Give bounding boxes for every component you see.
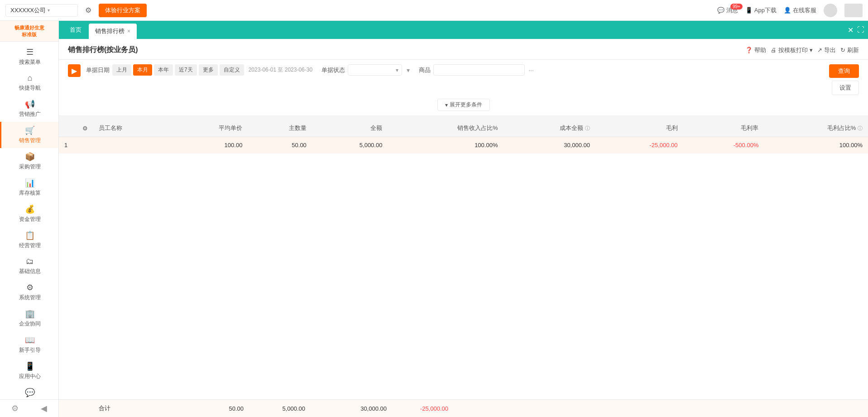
th-settings[interactable]: ⚙: [77, 120, 93, 137]
tab-home[interactable]: 首页: [62, 21, 89, 39]
tab-close-icon[interactable]: ×: [127, 28, 130, 34]
message-icon: 💬: [717, 7, 724, 14]
sidebar-item-企业微信[interactable]: 💬 企业微信: [0, 384, 58, 399]
sidebar-item-label: 资金管理: [19, 216, 41, 223]
chevron-down-icon: ▾: [48, 8, 50, 13]
goods-more-icon[interactable]: ···: [528, 67, 534, 74]
sidebar-item-销售管理[interactable]: 🛒 销售管理: [0, 122, 58, 148]
footer-gross: -25,000.00: [394, 405, 448, 412]
filter-toggle-icon[interactable]: ▶: [68, 64, 81, 77]
tab-sales-ranking[interactable]: 销售排行榜 ×: [89, 24, 137, 39]
sidebar-icon: ⚙: [26, 283, 34, 292]
sidebar-item-label: 库存核算: [19, 189, 41, 197]
top-right-area: 💬 消息 99+ 📱 App下载 👤 在线客服: [717, 4, 863, 17]
sidebar-item-系统管理[interactable]: ⚙ 系统管理: [0, 279, 58, 305]
goods-input[interactable]: [433, 64, 525, 76]
top-bar: XXXXXX公司 ▾ ⚙ 体验行业方案 💬 消息 99+ 📱 App下载 👤 在…: [0, 0, 868, 21]
refresh-icon: ↻: [840, 47, 845, 53]
company-name: XXXXXX公司: [10, 6, 46, 14]
date-btn-本年[interactable]: 本年: [154, 64, 173, 76]
export-button[interactable]: ↗ 导出: [817, 46, 836, 54]
sidebar-item-搜索菜单[interactable]: ☰ 搜索菜单: [0, 43, 58, 70]
date-btn-本月[interactable]: 本月: [133, 64, 152, 76]
message-item[interactable]: 💬 消息 99+: [717, 6, 738, 14]
td-sales-pct: 100.00%: [388, 137, 503, 153]
sidebar-item-采购管理[interactable]: 📦 采购管理: [0, 148, 58, 174]
th-main-qty: 主数量: [248, 120, 312, 137]
date-btn-近7天[interactable]: 近7天: [175, 64, 197, 76]
th-amount: 全额: [312, 120, 388, 137]
settings-button[interactable]: 设置: [832, 81, 859, 95]
sidebar-item-label: 经营管理: [19, 242, 41, 249]
sidebar-icon: 💬: [25, 388, 35, 398]
sidebar-icon: 📱: [25, 361, 35, 371]
sidebar-item-快捷导航[interactable]: ⌂ 快捷导航: [0, 70, 58, 96]
date-btn-更多[interactable]: 更多: [199, 64, 218, 76]
tab-close-window-btn[interactable]: ✕: [848, 26, 854, 34]
online-service-item[interactable]: 👤 在线客服: [784, 6, 816, 14]
sidebar-item-label: 搜索菜单: [19, 58, 41, 66]
sidebar-item-label: 采购管理: [19, 163, 41, 171]
sidebar-item-label: 销售管理: [19, 137, 41, 144]
td-amount: 5,000.00: [312, 137, 388, 153]
company-selector[interactable]: XXXXXX公司 ▾: [5, 4, 78, 17]
sidebar-collapse-icon[interactable]: ◀: [41, 403, 47, 413]
date-range-options: 上月本月本年近7天更多自定义: [112, 64, 244, 76]
sidebar-item-营销推广[interactable]: 📢 营销推广: [0, 96, 58, 122]
expand-button[interactable]: ▾ 展开更多条件: [437, 99, 490, 111]
date-btn-上月[interactable]: 上月: [112, 64, 131, 76]
tab-bar-right: ✕ ⛶: [848, 26, 864, 34]
expand-row: ▾ 展开更多条件: [68, 99, 859, 111]
app-download-item[interactable]: 📱 App下载: [745, 6, 777, 14]
sidebar-item-资金管理[interactable]: 💰 资金管理: [0, 201, 58, 227]
td-name: [93, 137, 171, 153]
refresh-button[interactable]: ↻ 刷新: [840, 46, 859, 54]
th-name: 员工名称: [93, 120, 171, 137]
cost-info-icon: ⓘ: [585, 125, 590, 131]
sidebar-item-企业协同[interactable]: 🏢 企业协同: [0, 305, 58, 331]
topbar-settings-icon[interactable]: ⚙: [82, 4, 95, 17]
td-index: 1: [59, 137, 77, 153]
gross-pct-info-icon: ⓘ: [858, 125, 863, 131]
date-btn-自定义[interactable]: 自定义: [220, 64, 244, 76]
online-service-label: 在线客服: [793, 6, 816, 14]
trial-button[interactable]: 体验行业方案: [99, 4, 147, 17]
sidebar-item-label: 应用中心: [19, 373, 41, 380]
sidebar-item-新手引导[interactable]: 📖 新手引导: [0, 331, 58, 358]
service-icon: 👤: [784, 7, 791, 14]
th-avg-price: 平均单价: [171, 120, 248, 137]
sidebar-item-label: 系统管理: [19, 294, 41, 302]
sidebar-icon: 📖: [25, 335, 35, 345]
sidebar-item-label: 快捷导航: [19, 84, 41, 92]
sidebar-item-库存核算[interactable]: 📊 库存核算: [0, 174, 58, 201]
date-label: 单据日期: [86, 66, 110, 74]
sidebar-item-应用中心[interactable]: 📱 应用中心: [0, 358, 58, 384]
main-layout: 畅康通好生意 标准版 ☰ 搜索菜单⌂ 快捷导航📢 营销推广🛒 销售管理📦 采购管…: [0, 21, 868, 417]
th-gross-rate: 毛利率: [683, 120, 764, 137]
footer-main-qty: 50.00: [198, 405, 244, 412]
app-download-label: App下载: [754, 6, 777, 14]
goods-label: 商品: [419, 66, 431, 74]
td-avg-price: 100.00: [171, 137, 248, 153]
sidebar-icon: ⌂: [28, 73, 33, 83]
sidebar-item-label: 企业协同: [19, 320, 41, 328]
sidebar-item-基础信息[interactable]: 🗂 基础信息: [0, 253, 58, 279]
avatar[interactable]: [824, 4, 837, 17]
td-gross-rate: -500.00%: [683, 137, 764, 153]
help-button[interactable]: ❓ 帮助: [745, 46, 766, 54]
query-button[interactable]: 查询: [829, 64, 859, 78]
expand-label: 展开更多条件: [450, 101, 482, 109]
status-select[interactable]: [348, 64, 402, 76]
sidebar-icon: 📦: [25, 152, 35, 162]
th-index: [59, 120, 77, 137]
sidebar-settings-icon[interactable]: ⚙: [11, 403, 19, 413]
status-dropdown-icon[interactable]: ▾: [407, 67, 410, 74]
status-select-wrapper: [348, 64, 402, 76]
filter-section: ▶ 单据日期 上月本月本年近7天更多自定义 2023-06-01 至 2023-…: [59, 60, 868, 116]
tab-maximize-btn[interactable]: ⛶: [857, 26, 864, 34]
template-print-button[interactable]: 🖨 按模板打印 ▾: [771, 46, 813, 54]
sidebar-item-经营管理[interactable]: 📋 经营管理: [0, 227, 58, 253]
sidebar-icon: 📋: [25, 230, 35, 240]
page-header: 销售排行榜(按业务员) ❓ 帮助 🖨 按模板打印 ▾ ↗ 导出: [59, 39, 868, 60]
user-name-area[interactable]: [844, 4, 863, 17]
